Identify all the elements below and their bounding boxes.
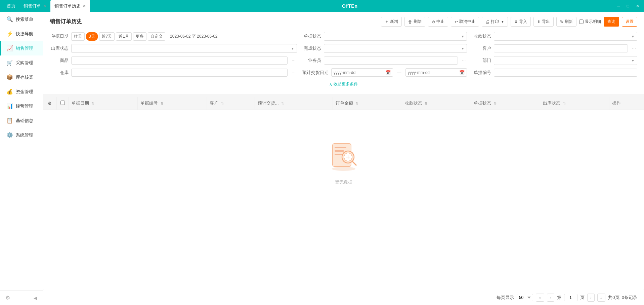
close-btn[interactable]: ✕	[634, 4, 641, 8]
query-button[interactable]: 查询	[604, 17, 619, 27]
th-checkbox[interactable]	[56, 97, 69, 110]
th-order-amount-sort-icon[interactable]: ⇅	[355, 102, 358, 105]
th-order-amount[interactable]: 订单金额 ⇅	[333, 97, 402, 110]
import-icon: ⬇	[514, 20, 518, 24]
date-btn-1month[interactable]: 近1月	[116, 32, 132, 41]
tab-sales-order[interactable]: 销售订单 ✕	[19, 0, 50, 12]
stop-button[interactable]: ⊘ 中止	[428, 17, 448, 27]
th-customer-sort-icon[interactable]: ⇅	[221, 102, 224, 105]
tab-home[interactable]: 首页	[3, 0, 19, 12]
warehouse-input[interactable]	[71, 69, 288, 77]
print-button[interactable]: 🖨 打印 ▼	[482, 17, 508, 27]
salesperson-input[interactable]	[324, 56, 458, 65]
date-btn-yesterday[interactable]: 昨天	[71, 32, 85, 41]
date-quick-buttons: 昨天 3天 近7天 近1月 更多 自定义	[71, 32, 165, 41]
th-order-status[interactable]: 单据状态 ⇅	[471, 97, 540, 110]
th-delivery-status-sort-icon[interactable]: ⇅	[563, 102, 566, 105]
tab-sales-order-history-close[interactable]: ✕	[83, 4, 86, 8]
order-no-input[interactable]	[494, 69, 637, 77]
show-detail-checkbox[interactable]	[579, 20, 584, 24]
expected-delivery-to-wrapper: 📅	[405, 68, 467, 77]
sidebar-item-operations-mgmt[interactable]: 📊 经营管理	[0, 99, 43, 113]
sidebar-item-operations-mgmt-label: 经营管理	[16, 103, 33, 109]
delivery-status-select[interactable]	[71, 44, 297, 53]
sidebar-item-purchase-mgmt[interactable]: 🛒 采购管理	[0, 55, 43, 70]
payment-status-select[interactable]	[494, 32, 637, 41]
basic-info-icon: 📋	[6, 117, 13, 124]
sidebar-item-sales-mgmt[interactable]: 📈 销售管理	[0, 41, 43, 55]
settings-button[interactable]: 设置	[622, 17, 637, 27]
th-date[interactable]: 单据日期 ⇅	[69, 97, 138, 110]
refresh-button[interactable]: ↻ 刷新	[556, 17, 576, 27]
export-button[interactable]: ⬆ 导出	[533, 17, 554, 27]
purchase-mgmt-icon: 🛒	[6, 60, 13, 66]
sidebar-item-quick-nav[interactable]: ⚡ 快捷导航	[0, 27, 43, 41]
sidebar-settings-icon[interactable]: ⚙	[5, 295, 10, 301]
select-all-checkbox[interactable]	[60, 101, 65, 105]
maximize-btn[interactable]: □	[625, 4, 631, 8]
page-prev-btn[interactable]: ‹	[547, 294, 554, 302]
page-first-btn[interactable]: «	[536, 294, 544, 302]
import-button[interactable]: ⬇ 导入	[511, 17, 531, 27]
th-payment-status[interactable]: 收款状态 ⇅	[402, 97, 471, 110]
sidebar-item-system-mgmt[interactable]: ⚙️ 系统管理	[0, 128, 43, 142]
salesperson-ellipsis-btn[interactable]: ···	[461, 58, 467, 63]
completion-status-select[interactable]	[324, 44, 467, 53]
tab-sales-order-history[interactable]: 销售订单历史 ✕	[50, 0, 90, 12]
filter-row-2: 出库状态 ▼ 完成状态	[50, 44, 637, 53]
new-button[interactable]: ＋ 新增	[381, 17, 402, 27]
th-expected-delivery-sort-icon[interactable]: ⇅	[281, 102, 284, 105]
customer-ellipsis-btn[interactable]: ···	[631, 46, 637, 51]
page-input[interactable]	[564, 294, 577, 301]
order-status-select[interactable]	[324, 32, 467, 41]
customer-input[interactable]	[494, 44, 628, 52]
date-btn-3days[interactable]: 3天	[86, 32, 98, 41]
page-next-btn[interactable]: ›	[587, 294, 595, 302]
th-delivery-status[interactable]: 出库状态 ⇅	[540, 97, 609, 110]
date-btn-custom[interactable]: 自定义	[148, 32, 165, 41]
th-order-no[interactable]: 单据编号 ⇅	[138, 97, 207, 110]
order-no-label: 单据编号	[472, 70, 491, 76]
delete-button[interactable]: 🗑 删除	[404, 17, 425, 27]
goto-suffix: 页	[580, 295, 585, 301]
th-delivery-status-label: 出库状态	[543, 101, 560, 106]
date-btn-more[interactable]: 更多	[133, 32, 146, 41]
th-settings-icon[interactable]: ⚙	[48, 101, 52, 106]
filter-group-goods: 商品 ···	[50, 56, 297, 65]
expected-delivery-from-input[interactable]	[334, 70, 384, 75]
table-scroll-area[interactable]: ⚙ 单据日期 ⇅ 单据编号 ⇅	[43, 97, 644, 290]
th-date-sort-icon[interactable]: ⇅	[91, 102, 94, 105]
th-customer[interactable]: 客户 ⇅	[207, 97, 255, 110]
th-order-no-sort-icon[interactable]: ⇅	[161, 102, 163, 105]
sidebar: 🔍 搜索菜单 ⚡ 快捷导航 📈 销售管理 🛒 采购管理 📦 库存核算 💰 资金管…	[0, 12, 43, 305]
filter-row-4: 仓库 ··· 预计交货日期 📅 — 📅	[50, 68, 637, 77]
th-expected-delivery[interactable]: 预计交货... ⇅	[255, 97, 333, 110]
show-detail-checkbox-wrapper[interactable]: 显示明细	[579, 19, 601, 25]
page-last-btn[interactable]: »	[597, 294, 606, 302]
calendar-from-icon[interactable]: 📅	[385, 70, 391, 75]
expected-delivery-to-input[interactable]	[408, 70, 458, 75]
cancel-stop-button[interactable]: ↩ 取消中止	[451, 17, 479, 27]
department-select[interactable]	[494, 56, 637, 65]
goods-ellipsis-btn[interactable]: ···	[290, 58, 297, 63]
minimize-btn[interactable]: ─	[615, 4, 622, 8]
sidebar-item-basic-info[interactable]: 📋 基础信息	[0, 113, 43, 128]
calendar-to-icon[interactable]: 📅	[459, 70, 465, 75]
th-order-amount-label: 订单金额	[336, 101, 353, 106]
collapse-row[interactable]: ∧ 收起更多条件	[50, 80, 637, 88]
sidebar-item-finance-mgmt[interactable]: 💰 资金管理	[0, 84, 43, 99]
page-size-select[interactable]: 50 10 20 100	[517, 294, 533, 301]
th-settings[interactable]: ⚙	[43, 97, 56, 110]
date-btn-7days[interactable]: 近7天	[99, 32, 115, 41]
warehouse-ellipsis-btn[interactable]: ···	[290, 70, 297, 75]
tab-sales-order-close[interactable]: ✕	[43, 4, 46, 8]
cancel-stop-icon: ↩	[455, 20, 458, 24]
sidebar-collapse-icon[interactable]: ◀	[34, 295, 37, 301]
th-payment-status-sort-icon[interactable]: ⇅	[425, 102, 427, 105]
page-last-icon: »	[600, 295, 603, 300]
filter-group-order-status: 单据状态 ▼	[302, 32, 467, 41]
th-order-status-sort-icon[interactable]: ⇅	[494, 102, 497, 105]
goods-input[interactable]	[71, 56, 288, 65]
sidebar-item-inventory-calc[interactable]: 📦 库存核算	[0, 70, 43, 84]
sidebar-item-search-menu[interactable]: 🔍 搜索菜单	[0, 12, 43, 27]
